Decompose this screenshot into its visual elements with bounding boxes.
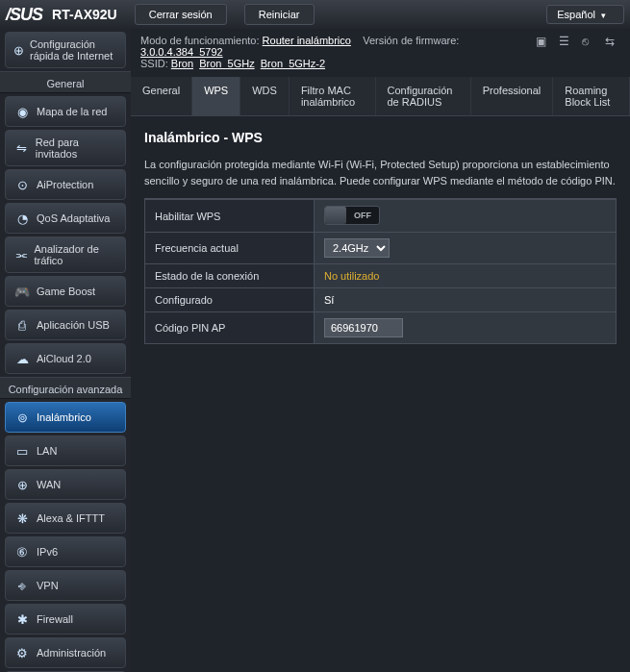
sidebar-icon: ▭ bbox=[13, 442, 31, 460]
pin-input[interactable] bbox=[324, 318, 403, 337]
frequency-label: Frecuencia actual bbox=[145, 233, 315, 264]
tab[interactable]: Filtro MAC inalámbrico bbox=[290, 77, 376, 115]
sidebar-item-label: WAN bbox=[37, 479, 61, 490]
sidebar-item[interactable]: ⎙Aplicación USB bbox=[5, 310, 126, 340]
mode-value[interactable]: Router inalámbrico bbox=[263, 35, 351, 46]
tab[interactable]: WDS bbox=[240, 77, 290, 115]
reboot-button[interactable]: Reiniciar bbox=[244, 4, 315, 25]
sidebar-icon: ⚙ bbox=[13, 644, 31, 661]
sidebar-icon: 🎮 bbox=[13, 283, 31, 300]
globe-icon: ⊕ bbox=[13, 41, 24, 59]
sidebar-item-label: VPN bbox=[37, 580, 59, 591]
sidebar-item[interactable]: ⎆VPN bbox=[5, 570, 126, 601]
tab[interactable]: General bbox=[131, 77, 192, 115]
sidebar-icon: ✱ bbox=[13, 610, 31, 628]
sidebar-item-label: Inalámbrico bbox=[37, 411, 91, 423]
page-title: Inalámbrico - WPS bbox=[144, 130, 617, 145]
enable-wps-label: Habilitar WPS bbox=[145, 200, 315, 233]
feature-icon[interactable]: ☰ bbox=[559, 35, 574, 46]
connection-state-value: No utilizado bbox=[324, 270, 379, 282]
sidebar-item-label: Red para invitados bbox=[36, 137, 117, 160]
sidebar-item[interactable]: ⊙AiProtection bbox=[5, 169, 126, 200]
sidebar-item[interactable]: ◉Mapa de la red bbox=[5, 96, 126, 127]
status-icons: ▣ ☰ ⎋ ⇆ bbox=[536, 35, 620, 46]
sidebar-item-label: QoS Adaptativa bbox=[37, 212, 110, 224]
sidebar-item[interactable]: ⑥IPv6 bbox=[5, 536, 126, 567]
sidebar-item[interactable]: ✱Firewall bbox=[5, 604, 126, 635]
sidebar-icon: ☁ bbox=[13, 350, 31, 367]
feature-icon[interactable]: ▣ bbox=[536, 35, 551, 46]
sidebar-item[interactable]: ⫘Analizador de tráfico bbox=[5, 236, 126, 273]
frequency-select[interactable]: 2.4GHz bbox=[324, 238, 390, 258]
firmware-label: Versión de firmware: bbox=[363, 35, 459, 46]
toggle-knob bbox=[325, 207, 346, 224]
tab[interactable]: Professional bbox=[471, 77, 554, 115]
sidebar-item[interactable]: ⊚Inalámbrico bbox=[5, 402, 126, 433]
ssid-label: SSID: bbox=[140, 58, 168, 69]
sidebar-icon: ◉ bbox=[13, 103, 31, 120]
sidebar-item[interactable]: ☁AiCloud 2.0 bbox=[5, 343, 126, 374]
sidebar-icon: ⎙ bbox=[13, 316, 31, 334]
ssid-value: Bron_5GHz bbox=[199, 58, 254, 69]
sidebar-quick-setup[interactable]: ⊕ Configuración rápida de Internet bbox=[5, 32, 126, 68]
tab[interactable]: WPS bbox=[192, 77, 240, 115]
sidebar-icon: ⊚ bbox=[13, 409, 31, 426]
sidebar-item-label: AiCloud 2.0 bbox=[37, 353, 91, 364]
sidebar-icon: ⊙ bbox=[13, 176, 31, 193]
sidebar-item[interactable]: ❋Alexa & IFTTT bbox=[5, 503, 126, 534]
sidebar-item-label: Alexa & IFTTT bbox=[37, 512, 105, 524]
configured-value: Sí bbox=[315, 288, 617, 312]
feature-icon[interactable]: ⇆ bbox=[605, 35, 620, 46]
sidebar-item-label: Aplicación USB bbox=[37, 319, 110, 331]
sidebar-item[interactable]: ▭LAN bbox=[5, 436, 126, 466]
sidebar-section-general: General bbox=[0, 71, 131, 93]
sidebar-item-label: Mapa de la red bbox=[37, 106, 107, 117]
ssid-value: Bron_5GHz-2 bbox=[261, 58, 325, 69]
toggle-state: OFF bbox=[346, 211, 379, 220]
sidebar-icon: ⑥ bbox=[13, 543, 31, 560]
sidebar-item-label: Analizador de tráfico bbox=[35, 243, 117, 266]
pin-label: Código PIN AP bbox=[145, 312, 315, 344]
sidebar-icon: ⎆ bbox=[13, 577, 31, 594]
sidebar-icon: ⇋ bbox=[13, 139, 30, 157]
firmware-value[interactable]: 3.0.0.4.384_5792 bbox=[140, 46, 223, 58]
model-name: RT-AX92U bbox=[52, 7, 117, 22]
page-description: La configuración protegida mediante Wi-F… bbox=[144, 157, 617, 199]
mode-label: Modo de funcionamiento: bbox=[140, 35, 260, 46]
brand-logo: /SUS bbox=[6, 5, 42, 25]
tab-bar: GeneralWPSWDSFiltro MAC inalámbricoConfi… bbox=[131, 77, 630, 116]
feature-icon[interactable]: ⎋ bbox=[582, 35, 597, 46]
sidebar-item-label: IPv6 bbox=[37, 546, 58, 558]
logout-button[interactable]: Cerrar sesión bbox=[135, 4, 227, 25]
sidebar-icon: ⫘ bbox=[13, 246, 29, 263]
sidebar-item[interactable]: ⚙Administración bbox=[5, 637, 126, 668]
sidebar: ⊕ Configuración rápida de Internet Gener… bbox=[0, 29, 131, 672]
sidebar-item[interactable]: 🎮Game Boost bbox=[5, 276, 126, 307]
sidebar-item-label: LAN bbox=[37, 445, 57, 457]
sidebar-item[interactable]: ⇋Red para invitados bbox=[5, 130, 126, 166]
sidebar-section-advanced: Configuración avanzada bbox=[0, 377, 131, 399]
sidebar-item-label: Game Boost bbox=[37, 286, 95, 297]
sidebar-icon: ◔ bbox=[13, 210, 31, 227]
sidebar-item[interactable]: ◔QoS Adaptativa bbox=[5, 203, 126, 234]
sidebar-item-label: Firewall bbox=[37, 613, 73, 625]
sidebar-icon: ❋ bbox=[13, 510, 31, 527]
sidebar-item-label: Configuración rápida de Internet bbox=[30, 38, 117, 62]
sidebar-item-label: Administración bbox=[37, 647, 106, 659]
language-select[interactable]: Español bbox=[546, 5, 624, 24]
configured-label: Configurado bbox=[145, 288, 315, 312]
sidebar-item[interactable]: ⊕WAN bbox=[5, 469, 126, 500]
sidebar-item-label: AiProtection bbox=[37, 179, 93, 190]
tab[interactable]: Roaming Block List bbox=[553, 77, 630, 115]
tab[interactable]: Configuración de RADIUS bbox=[376, 77, 471, 115]
enable-wps-toggle[interactable]: OFF bbox=[324, 206, 380, 225]
sidebar-icon: ⊕ bbox=[13, 476, 31, 493]
connection-state-label: Estado de la conexión bbox=[145, 264, 315, 288]
ssid-value: Bron bbox=[171, 58, 193, 69]
